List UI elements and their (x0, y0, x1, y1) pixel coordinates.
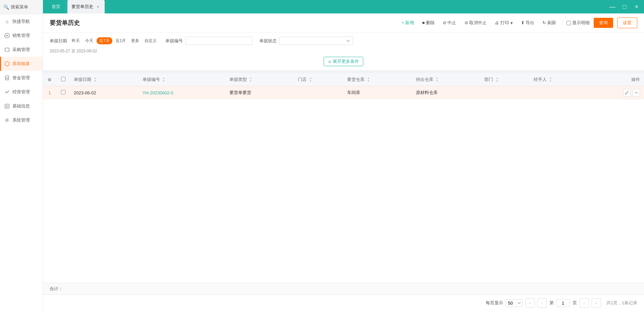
toolbar: + 新增 ■ 删除 ⊘ 中止 ⊘ 取消中止 🖨 打印 ▾ ⬆ 导出 ↻ 刷新 显… (399, 17, 637, 28)
cell-checkbox (56, 86, 70, 99)
sidebar-item-finance[interactable]: 资金管理 (0, 71, 43, 85)
col-checkbox (56, 73, 70, 86)
docstatus-label: 单据状态 (259, 38, 277, 44)
select-all-checkbox[interactable] (61, 77, 65, 81)
cell-req-warehouse: 车间库 (343, 86, 412, 99)
show-detail-input[interactable] (567, 21, 571, 25)
sidebar-item-ops[interactable]: 经营管理 (0, 85, 43, 99)
sort-icon-doc-type[interactable]: ▲▼ (249, 77, 252, 83)
cell-handler (530, 86, 589, 99)
tab-close-icon[interactable]: × (95, 4, 101, 9)
tabs-bar: 首页 要货单历史 × — □ × (43, 0, 644, 13)
sidebar-item-quick-nav[interactable]: ⌂ 快捷导航 (0, 14, 43, 29)
search-icon: 🔍 (3, 4, 9, 10)
sidebar-item-label: 库存核算 (12, 61, 30, 67)
expand-more-btn[interactable]: ∨ 展开更多条件 (324, 57, 363, 66)
sidebar-item-inventory[interactable]: 库存核算 (0, 57, 43, 71)
sys-icon (4, 118, 10, 123)
row-more-icon[interactable] (633, 89, 640, 96)
date-btn-today[interactable]: 今天 (83, 37, 95, 44)
table-settings-icon[interactable]: ⚙ (48, 77, 52, 82)
sort-icon-pending-warehouse[interactable]: ▲▼ (436, 77, 438, 83)
inventory-icon (4, 61, 10, 66)
col-req-warehouse: 要货仓库 ▲▼ (343, 73, 412, 86)
cell-actions (588, 86, 644, 99)
print-button[interactable]: 🖨 打印 ▾ (493, 18, 515, 27)
row-edit-icon[interactable] (623, 89, 631, 96)
sort-icon-doc-number[interactable]: ▲▼ (162, 77, 165, 83)
expand-more-label: 展开更多条件 (333, 58, 359, 64)
docstatus-select[interactable] (279, 37, 353, 45)
prev-page-btn[interactable]: ‹ (537, 298, 547, 308)
filter-docstatus-item: 单据状态 (259, 37, 353, 45)
settings-button[interactable]: 设置 (617, 17, 637, 28)
window-close-btn[interactable]: × (633, 3, 641, 11)
first-page-btn[interactable]: « (525, 298, 535, 308)
stop-button[interactable]: ⊘ 中止 (441, 18, 459, 27)
date-btn-custom[interactable]: 自定义 (143, 37, 159, 44)
page-input[interactable] (556, 299, 570, 307)
docnumber-label: 单据编号 (165, 38, 183, 44)
col-actions: 操作 (588, 73, 644, 86)
filter-docnumber-item: 单据编号 (165, 37, 253, 45)
home-icon: ⌂ (4, 19, 10, 24)
tab-active[interactable]: 要货单历史 × (67, 0, 105, 13)
query-button[interactable]: 查询 (594, 18, 613, 28)
filter-date-range-row: 2023-05-27 至 2023-06-02 (50, 48, 637, 54)
sidebar-item-purchase[interactable]: 采购管理 (0, 43, 43, 57)
sidebar-item-label: 经营管理 (12, 89, 30, 95)
date-btn-yesterday[interactable]: 昨天 (70, 37, 82, 44)
window-minimize-btn[interactable]: — (608, 3, 616, 11)
refresh-button[interactable]: ↻ 刷新 (540, 18, 558, 27)
col-doc-type: 单据类型 ▲▼ (225, 73, 294, 86)
sidebar-item-baseinfo[interactable]: 基础信息 (0, 99, 43, 113)
new-button[interactable]: + 新增 (399, 18, 416, 27)
print-dropdown-icon: ▾ (511, 20, 513, 26)
col-settings[interactable]: ⚙ (43, 73, 56, 86)
sidebar-search-label: 搜索菜单 (11, 4, 28, 10)
date-btn-1month[interactable]: 近1月 (114, 37, 128, 44)
cancel-stop-button[interactable]: ⊘ 取消中止 (463, 18, 489, 27)
sales-icon (4, 33, 10, 38)
row-checkbox[interactable] (61, 90, 65, 94)
svg-rect-1 (5, 48, 9, 51)
sort-icon-department[interactable]: ▲▼ (496, 77, 498, 83)
date-filter-buttons: 昨天 今天 近7天 近1月 更多 自定义 (70, 37, 159, 44)
next-page-btn[interactable]: › (580, 298, 589, 308)
tabs-right-controls: — □ × (608, 3, 641, 11)
last-page-btn[interactable]: » (592, 298, 601, 308)
window-maximize-btn[interactable]: □ (621, 3, 629, 11)
sort-icon-store[interactable]: ▲▼ (309, 77, 312, 83)
docnumber-input[interactable] (185, 37, 253, 45)
doc-number-link[interactable]: YH-20230602-0 (143, 90, 173, 95)
sidebar-item-label: 销售管理 (12, 33, 30, 39)
row-actions (592, 89, 640, 96)
page-header: 要货单历史 + 新增 ■ 删除 ⊘ 中止 ⊘ 取消中止 🖨 打印 ▾ ⬆ 导出 … (43, 13, 644, 33)
table-header: ⚙ 单据日期 ▲▼ 单据编号 ▲▼ (43, 73, 644, 86)
tab-home[interactable]: 首页 (46, 0, 66, 13)
filter-date-item: 单据日期 昨天 今天 近7天 近1月 更多 自定义 (50, 37, 159, 44)
sidebar-item-sales[interactable]: 销售管理 (0, 29, 43, 43)
table-footer: 合计： (43, 283, 644, 295)
date-btn-more[interactable]: 更多 (129, 37, 141, 44)
page-size-select[interactable]: 50 20 100 200 (506, 299, 523, 307)
col-department: 部门 ▲▼ (480, 73, 530, 86)
date-filter-label: 单据日期 (50, 38, 67, 44)
delete-button[interactable]: ■ 删除 (420, 18, 436, 27)
sidebar-search[interactable]: 🔍 搜索菜单 (0, 0, 43, 14)
col-doc-number: 单据编号 ▲▼ (139, 73, 225, 86)
ops-icon (4, 89, 10, 95)
toolbar-divider (562, 20, 562, 26)
svg-point-5 (6, 120, 8, 121)
table-area: ⚙ 单据日期 ▲▼ 单据编号 ▲▼ (43, 73, 644, 311)
sort-icon-req-warehouse[interactable]: ▲▼ (367, 77, 370, 83)
cell-pending-warehouse: 原材料仓库 (412, 86, 481, 99)
export-button[interactable]: ⬆ 导出 (519, 18, 537, 27)
svg-point-6 (635, 92, 636, 93)
sort-icon-handler[interactable]: ▲▼ (549, 77, 552, 83)
table-wrapper: ⚙ 单据日期 ▲▼ 单据编号 ▲▼ (43, 73, 644, 283)
date-btn-7days[interactable]: 近7天 (97, 37, 112, 44)
sort-icon-doc-date[interactable]: ▲▼ (94, 77, 97, 83)
sidebar-item-sys[interactable]: 系统管理 (0, 113, 43, 127)
show-detail-checkbox[interactable]: 显示明细 (567, 20, 590, 26)
